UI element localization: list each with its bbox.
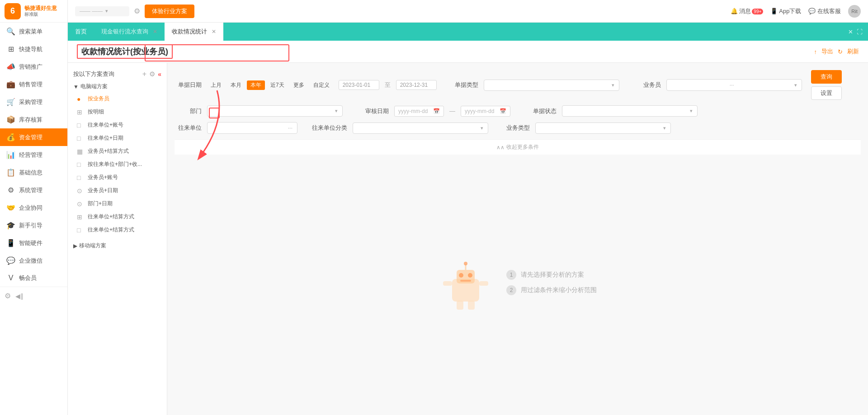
settings-gear-icon[interactable]: ⚙ — [134, 7, 140, 15]
sidebar-item-hardware[interactable]: 📱 智能硬件 — [0, 234, 67, 252]
audit-date-from[interactable]: yyyy-mm-dd 📅 — [394, 106, 444, 117]
sidebar-item-purchase[interactable]: 🛒 采购管理 — [0, 93, 67, 111]
export-btn[interactable]: 导出 — [821, 47, 833, 56]
biz-type-select[interactable]: ▾ — [535, 123, 671, 134]
audit-date-label: 审核日期 — [357, 107, 389, 115]
sidebar-item-operations[interactable]: 📊 经营管理 — [0, 146, 67, 164]
doc-type-label: 单据类型 — [451, 81, 478, 89]
filter-row-1: 单据日期 上月 本月 本年 近7天 更多 自定义 2023-01-01 至 20… — [175, 70, 861, 100]
desktop-group[interactable]: ▼ 电脑端方案 — [68, 81, 167, 92]
doc-type-chevron: ▾ — [612, 82, 614, 88]
doc-status-select[interactable]: ▾ — [562, 105, 698, 117]
dept-select[interactable]: ▾ — [207, 105, 343, 117]
svg-point-3 — [468, 273, 472, 278]
tab-bar-right: ✕ ⛶ — [848, 28, 868, 35]
message-icon[interactable]: 🔔 消息99+ — [731, 7, 764, 15]
settings-btn[interactable]: 设置 — [811, 86, 842, 100]
mobile-group[interactable]: ▶ 移动端方案 — [68, 240, 167, 251]
scheme-item-by-salesman[interactable]: ● 按业务员 — [68, 92, 167, 105]
page-title: 收款情况统计(按业务员) — [77, 44, 173, 59]
tab-collection-stats[interactable]: 收款情况统计 ✕ — [165, 23, 223, 41]
partner-type-select[interactable]: ▾ — [353, 123, 488, 134]
add-scheme-btn[interactable]: + — [142, 70, 146, 78]
scheme-item-dept-date[interactable]: ⊙ 部门+日期 — [68, 197, 167, 210]
date-from-input[interactable]: 2023-01-01 — [339, 80, 379, 90]
date-btn-last-month[interactable]: 上月 — [207, 80, 225, 90]
scheme-item-unit-account[interactable]: □ 往来单位+账号 — [68, 118, 167, 132]
scheme-item-salesman-settle[interactable]: ▦ 业务员+结算方式 — [68, 145, 167, 158]
app-download-link[interactable]: 📱 App下载 — [770, 7, 801, 15]
hardware-icon: 📱 — [6, 239, 15, 247]
date-group: 上月 本月 本年 近7天 更多 自定义 — [207, 80, 333, 90]
scheme-icon-unit-date: □ — [77, 135, 85, 142]
audit-date-to[interactable]: yyyy-mm-dd 📅 — [461, 106, 510, 117]
tab-bank-flow-close[interactable]: ✕ — [153, 28, 157, 35]
window-close-icon[interactable]: ✕ — [848, 28, 853, 35]
sidebar-item-quick-nav[interactable]: ⊞ 快捷导航 — [0, 40, 67, 58]
doc-type-select[interactable]: ▾ — [484, 80, 619, 91]
right-panel: 单据日期 上月 本月 本年 近7天 更多 自定义 2023-01-01 至 20… — [167, 63, 868, 415]
sidebar-item-enterprise[interactable]: 🤝 企业协同 — [0, 199, 67, 217]
breadcrumb[interactable]: —— —— ▾ — [75, 6, 129, 16]
sidebar-item-sales[interactable]: 💼 销售管理 — [0, 75, 67, 93]
online-service-link[interactable]: 💬 在线客服 — [808, 7, 841, 15]
scheme-icon-salesman: ● — [77, 95, 85, 103]
sidebar-item-member[interactable]: V 畅会员 — [0, 269, 67, 287]
date-btn-7days[interactable]: 近7天 — [267, 80, 288, 90]
scheme-collapse-btn[interactable]: « — [158, 71, 161, 78]
scheme-item-by-detail[interactable]: ⊞ 按明细 — [68, 105, 167, 118]
sidebar-item-system[interactable]: ⚙ 系统管理 — [0, 181, 67, 199]
calendar-icon-2[interactable]: 📅 — [500, 108, 506, 114]
search-icon: 🔍 — [6, 27, 15, 36]
partner-more-btn[interactable]: ··· — [288, 125, 292, 131]
sidebar-item-basic[interactable]: 📋 基础信息 — [0, 164, 67, 181]
sidebar-item-inventory[interactable]: 📦 库存核算 — [0, 111, 67, 128]
tab-bar: 首页 现金银行流水查询 ✕ 收款情况统计 ✕ ✕ ⛶ — [68, 23, 868, 41]
scheme-item-unit-dept[interactable]: □ 按往来单位+部门+收... — [68, 158, 167, 171]
user-avatar[interactable]: Rit — [848, 5, 861, 18]
partner-input[interactable]: ··· — [207, 122, 297, 134]
scheme-item-unit-date[interactable]: □ 往来单位+日期 — [68, 132, 167, 145]
scheme-icon-unit-dept: □ — [77, 161, 85, 168]
window-expand-icon[interactable]: ⛶ — [857, 28, 863, 35]
svg-rect-6 — [479, 281, 488, 286]
collapse-filters-btn[interactable]: ∧∧ 收起更多条件 — [175, 139, 861, 155]
date-btn-this-month[interactable]: 本月 — [227, 80, 245, 90]
date-to-input[interactable]: 2023-12-31 — [396, 80, 437, 90]
sidebar-item-guide[interactable]: 🎓 新手引导 — [0, 217, 67, 234]
scheme-item-salesman-date[interactable]: ⊙ 业务员+日期 — [68, 184, 167, 197]
scheme-icon-detail: ⊞ — [77, 108, 85, 116]
settings-icon[interactable]: ⚙ — [5, 292, 11, 300]
sidebar-item-marketing[interactable]: 📣 营销推广 — [0, 58, 67, 75]
guide-icon: 🎓 — [6, 221, 15, 230]
sidebar: 6 畅捷通好生意 标准版 🔍 搜索菜单 ⊞ 快捷导航 📣 营销推广 💼 销售管理… — [0, 0, 68, 415]
sidebar-item-capital[interactable]: 💰 资金管理 — [0, 128, 67, 146]
scheme-icon-unit-settle1: ⊞ — [77, 213, 85, 221]
svg-point-2 — [459, 273, 463, 278]
tab-bank-flow[interactable]: 现金银行流水查询 ✕ — [94, 23, 165, 41]
sidebar-item-search[interactable]: 🔍 搜索菜单 — [0, 23, 67, 40]
date-btn-custom[interactable]: 自定义 — [310, 80, 333, 90]
header-left: —— —— ▾ ⚙ 体验行业方案 — [75, 5, 194, 18]
salesman-more-btn[interactable]: ··· — [730, 82, 734, 88]
top-header: —— —— ▾ ⚙ 体验行业方案 🔔 消息99+ 📱 App下载 💬 在线客服 … — [68, 0, 868, 23]
tab-collection-stats-close[interactable]: ✕ — [212, 28, 216, 35]
date-btn-this-year[interactable]: 本年 — [247, 80, 265, 90]
refresh-btn[interactable]: 刷新 — [847, 47, 859, 56]
trial-btn[interactable]: 体验行业方案 — [145, 5, 194, 18]
date-btn-more[interactable]: 更多 — [290, 80, 308, 90]
tab-home[interactable]: 首页 — [68, 23, 94, 41]
filter-panel: 单据日期 上月 本月 本年 近7天 更多 自定义 2023-01-01 至 20… — [167, 63, 868, 162]
calendar-icon[interactable]: 📅 — [433, 108, 440, 114]
collapse-sidebar-icon[interactable]: ◀‖ — [15, 292, 24, 300]
capital-icon: 💰 — [6, 133, 15, 141]
scheme-item-salesman-account[interactable]: □ 业务员+账号 — [68, 171, 167, 184]
scheme-panel-title: 按以下方案查询 — [73, 70, 114, 78]
scheme-settings-btn[interactable]: ⚙ — [149, 70, 155, 78]
scheme-item-unit-settle1[interactable]: ⊞ 往来单位+结算方式 — [68, 210, 167, 223]
scheme-item-unit-settle2[interactable]: □ 往来单位+结算方式 — [68, 223, 167, 236]
sidebar-footer: ⚙ ◀‖ — [0, 287, 67, 305]
sidebar-item-wechat[interactable]: 💬 企业微信 — [0, 252, 67, 269]
query-btn[interactable]: 查询 — [811, 70, 842, 84]
salesman-select[interactable]: ··· ▾ — [666, 79, 802, 91]
